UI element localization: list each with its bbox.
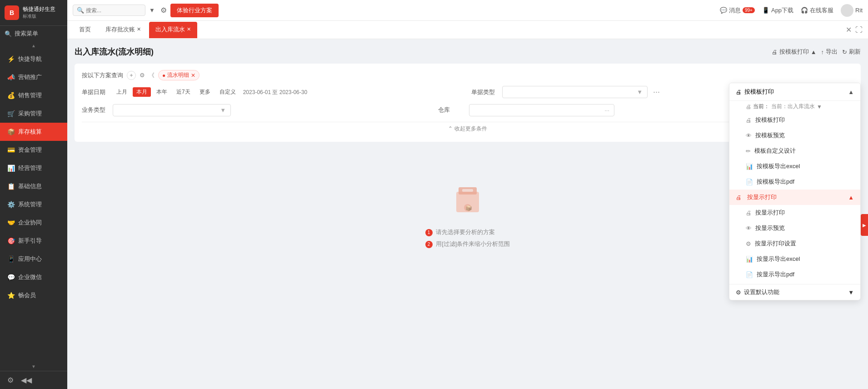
- filter-tag-close[interactable]: ✕: [191, 72, 195, 79]
- sidebar-item-app-center[interactable]: 📱 应用中心: [0, 250, 67, 268]
- sidebar-item-label: 销售管理: [18, 91, 42, 100]
- dropdown-collapse-btn[interactable]: ▲: [848, 89, 854, 95]
- online-service-btn[interactable]: 🎧 在线客服: [801, 6, 833, 15]
- sidebar-item-basic-info[interactable]: 📋 基础信息: [0, 177, 67, 195]
- dropdown-settings-default[interactable]: ⚙ 设置默认功能 ▼: [729, 284, 860, 300]
- tab-inventory-close-btn[interactable]: ✕: [187, 26, 191, 32]
- export-btn[interactable]: ↑ 导出: [821, 48, 838, 56]
- tab-inventory-flow-label: 出入库流水: [155, 25, 185, 34]
- sidebar-item-inventory[interactable]: 📦 库存核算: [0, 123, 67, 141]
- app-download-btn[interactable]: 📱 App下载: [762, 6, 793, 15]
- sidebar-item-guide[interactable]: 🎯 新手引导: [0, 232, 67, 250]
- dropdown-display-print[interactable]: 🖨 按显示打印: [729, 205, 860, 220]
- tab-batch-account[interactable]: 库存批次账 ✕: [99, 22, 147, 38]
- search-label: 搜索菜单: [15, 30, 38, 38]
- topbar-search-box[interactable]: 🔍: [73, 5, 145, 16]
- settings-icon[interactable]: ⚙: [7, 376, 14, 384]
- dropdown-display-section-header[interactable]: 🖨 按显示打印 ▲: [729, 190, 860, 205]
- dropdown-preview-template[interactable]: 👁 按模板预览: [729, 128, 860, 143]
- this-year-btn[interactable]: 本年: [153, 87, 171, 97]
- current-indicator: 🖨 当前： 当前：出入库流水 ▼: [729, 101, 860, 112]
- window-close-btn[interactable]: ✕: [846, 25, 852, 34]
- refresh-icon: ↻: [842, 49, 847, 55]
- filter-tag[interactable]: ● 流水明细 ✕: [158, 70, 200, 80]
- svg-rect-2: [462, 189, 473, 192]
- message-btn[interactable]: 💬 消息 99+: [720, 6, 755, 15]
- logo-icon: B: [5, 5, 19, 20]
- print-template-label: 按模板打印: [779, 48, 809, 56]
- topbar-dropdown-btn[interactable]: ▼: [149, 7, 155, 14]
- user-profile[interactable]: Rit: [841, 4, 863, 17]
- tab-inventory-flow[interactable]: 出入库流水 ✕: [149, 22, 197, 38]
- topbar-left: 🔍 ▼ ⚙ 体验行业方案: [73, 4, 716, 17]
- item-label: 按模板导出excel: [757, 162, 800, 170]
- last-7days-btn[interactable]: 近7天: [173, 87, 194, 97]
- pdf-icon: 📄: [746, 179, 753, 185]
- current-arrow: ▼: [817, 104, 822, 110]
- sidebar-item-finance[interactable]: 💳 资金管理: [0, 141, 67, 159]
- sidebar-search[interactable]: 🔍 搜索菜单: [0, 26, 67, 41]
- system-icon: ⚙️: [7, 201, 15, 208]
- voucher-more-icon[interactable]: ···: [653, 87, 660, 97]
- sidebar-item-label: 系统管理: [18, 200, 42, 209]
- topbar-gear-icon[interactable]: ⚙: [160, 6, 167, 15]
- tab-home[interactable]: 首页: [73, 22, 97, 38]
- sidebar-item-marketing[interactable]: 📣 营销推广: [0, 68, 67, 86]
- dropdown-display-excel[interactable]: 📊 按显示导出excel: [729, 251, 860, 267]
- sidebar-item-operations[interactable]: 📊 经营管理: [0, 159, 67, 177]
- page-content: 出入库流水(流水明细) 🖨 按模板打印 ▲ ↑ 导出 ↻ 刷新: [67, 39, 868, 389]
- sidebar-item-system[interactable]: ⚙️ 系统管理: [0, 195, 67, 214]
- dropdown-print-template[interactable]: 🖨 按模板打印: [729, 112, 860, 128]
- tab-batch-close-btn[interactable]: ✕: [137, 26, 141, 32]
- design-icon: ✏: [746, 148, 751, 155]
- refresh-label: 刷新: [849, 48, 861, 56]
- svg-text:📦: 📦: [465, 204, 472, 211]
- dropdown-export-pdf-template[interactable]: 📄 按模板导出pdf: [729, 174, 860, 190]
- topbar-right: 💬 消息 99+ 📱 App下载 🎧 在线客服 Rit: [720, 4, 863, 17]
- more-btn[interactable]: 更多: [196, 87, 214, 97]
- search-collapse-icon[interactable]: 《: [149, 71, 155, 80]
- sidebar-item-sales[interactable]: 💰 销售管理: [0, 86, 67, 105]
- preview-icon: 👁: [746, 132, 752, 139]
- settings-default-label: 设置默认功能: [744, 288, 779, 296]
- trial-btn[interactable]: 体验行业方案: [170, 4, 219, 17]
- right-scroll-btn[interactable]: ▶: [861, 214, 868, 236]
- dropdown-display-preview[interactable]: 👁 按显示预览: [729, 220, 860, 236]
- sidebar-item-cooperation[interactable]: 🤝 企业协同: [0, 214, 67, 232]
- print-template-header-icon: 🖨: [736, 89, 742, 95]
- print-template-btn[interactable]: 🖨 按模板打印 ▲: [772, 48, 817, 56]
- this-month-btn[interactable]: 本月: [133, 87, 151, 97]
- dropdown-export-excel-template[interactable]: 📊 按模板导出excel: [729, 159, 860, 174]
- warehouse-select[interactable]: ···: [469, 104, 614, 116]
- dropdown-panel-header: 🖨 按模板打印 ▲: [729, 83, 860, 101]
- scroll-up-arrow[interactable]: ▲: [0, 41, 67, 50]
- refresh-btn[interactable]: ↻ 刷新: [842, 48, 861, 56]
- display-settings-icon: ⚙: [746, 240, 751, 247]
- search-settings-icon[interactable]: ⚙: [140, 72, 145, 79]
- window-expand-btn[interactable]: ⛶: [855, 26, 863, 34]
- custom-btn[interactable]: 自定义: [216, 87, 239, 97]
- inventory-icon: 📦: [7, 128, 15, 135]
- sidebar-item-wechat[interactable]: 💬 企业微信: [0, 268, 67, 286]
- collapse-sidebar-icon[interactable]: ◀◀: [21, 376, 32, 384]
- sidebar-item-quick-nav[interactable]: ⚡ 快捷导航: [0, 50, 67, 68]
- dropdown-display-pdf[interactable]: 📄 按显示导出pdf: [729, 267, 860, 282]
- sidebar-item-label: 快捷导航: [18, 55, 42, 63]
- date-field: 单据日期 上月 本月 本年 近7天 更多 自定义 2023-06-01 至 20…: [82, 87, 464, 97]
- tab-home-label: 首页: [79, 25, 91, 34]
- tip1: 1 请先选择要分析的方案: [425, 226, 510, 238]
- sidebar-item-purchase[interactable]: 🛒 采购管理: [0, 105, 67, 123]
- tip2: 2 用[过滤]条件来缩小分析范围: [425, 238, 510, 250]
- item-label: 按显示打印: [755, 209, 785, 217]
- topbar-search-input[interactable]: [86, 7, 136, 14]
- display-section-icon: 🖨: [736, 194, 742, 201]
- voucher-type-select[interactable]: ▼: [502, 86, 648, 98]
- dropdown-custom-template[interactable]: ✏ 模板自定义设计: [729, 143, 860, 159]
- wechat-icon: 💬: [7, 274, 15, 281]
- search-add-btn[interactable]: +: [127, 71, 136, 80]
- last-month-btn[interactable]: 上月: [113, 87, 131, 97]
- business-type-select[interactable]: ▼: [113, 104, 231, 116]
- sidebar-item-membership[interactable]: ⭐ 畅会员: [0, 286, 67, 304]
- scroll-down-arrow[interactable]: ▼: [0, 362, 67, 371]
- dropdown-display-print-settings[interactable]: ⚙ 按显示打印设置: [729, 236, 860, 251]
